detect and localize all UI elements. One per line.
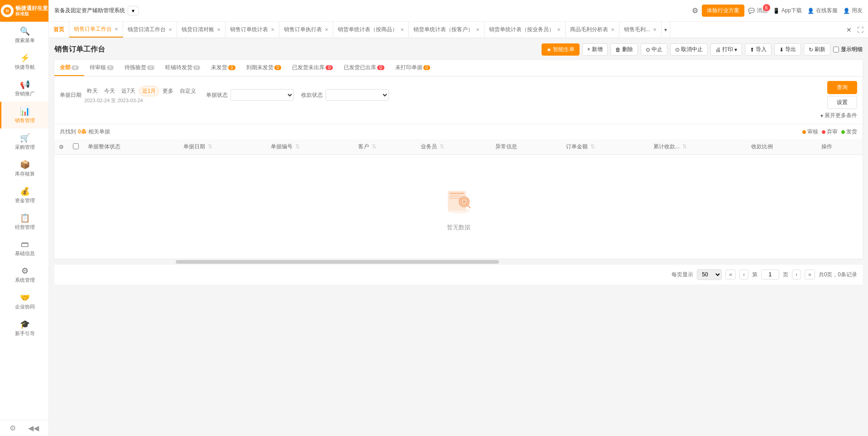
sidebar-item-enterprise[interactable]: 🤝 企业协同 — [0, 288, 48, 315]
sidebar-item-sales[interactable]: 📊 销售管理 — [0, 102, 48, 128]
col-amount[interactable]: 订单金额 ⇅ — [561, 139, 649, 155]
select-all-checkbox[interactable] — [73, 143, 79, 149]
col-date[interactable]: 单据日期 ⇅ — [179, 139, 266, 155]
col-number[interactable]: 单据编号 ⇅ — [266, 139, 354, 155]
sidebar-item-system[interactable]: ⚙ 系统管理 — [0, 261, 48, 288]
settings-button[interactable]: ⚙ — [10, 424, 16, 432]
tab-sales-stat[interactable]: 销售订单统计表 ✕ — [225, 22, 279, 38]
cancel-review-action-button[interactable]: 弃审 — [822, 128, 838, 136]
col-staff[interactable]: 业务员 ⇅ — [416, 139, 491, 155]
import-button[interactable]: ⬆ 导入 — [745, 43, 772, 56]
page-input[interactable] — [761, 270, 779, 280]
sub-tab-not-shipped[interactable]: 未发货0 — [206, 60, 241, 76]
next-page-button[interactable]: › — [792, 270, 801, 280]
expand-conditions-button[interactable]: ▾ 展开更多条件 — [820, 112, 857, 119]
system-dropdown[interactable]: ▾ — [128, 6, 139, 16]
tab-home[interactable]: 首页 — [49, 22, 69, 38]
query-button[interactable]: 查询 — [827, 81, 857, 94]
settings-gear-button[interactable]: ⚙ — [692, 6, 698, 15]
review-action-button[interactable]: 审核 — [802, 128, 818, 136]
tab-close-by-staff[interactable]: ✕ — [557, 27, 561, 32]
tab-close-sales-exec[interactable]: ✕ — [325, 27, 328, 32]
date-btn-7days[interactable]: 近7天 — [119, 86, 138, 96]
date-btn-custom[interactable]: 自定义 — [177, 86, 199, 96]
stop-button[interactable]: ⊙ 中止 — [641, 43, 667, 56]
horizontal-scrollbar[interactable] — [54, 259, 863, 264]
refresh-button[interactable]: ↻ 刷新 — [804, 43, 830, 56]
col-customer[interactable]: 客户 ⇅ — [354, 139, 416, 155]
last-page-button[interactable]: » — [805, 270, 815, 280]
show-details-checkbox-label[interactable]: 显示明细 — [833, 46, 863, 53]
show-details-checkbox[interactable] — [833, 47, 839, 52]
sidebar-item-operations[interactable]: 📋 经营管理 — [0, 209, 48, 235]
collapse-button[interactable]: ◀◀ — [28, 424, 39, 432]
tab-close-sales-stat[interactable]: ✕ — [271, 27, 274, 32]
date-btn-today[interactable]: 今天 — [101, 86, 118, 96]
user-menu[interactable]: 👤 用友 — [843, 7, 863, 14]
sub-tab-not-printed[interactable]: 未打印单据0 — [390, 60, 436, 76]
ship-action-button[interactable]: 发货 — [841, 128, 857, 136]
sidebar-item-quick-nav[interactable]: ⚡ 快捷导航 — [0, 48, 48, 75]
sidebar-item-guide[interactable]: 🎓 新手引导 — [0, 315, 48, 341]
tabs-bar: 首页 销售订单工作台 ✕ 钱货日清工作台 ✕ 钱货日清对账 ✕ 销售订单统计表 … — [49, 22, 868, 38]
tabs-overflow-button[interactable]: ▾ — [662, 22, 670, 38]
tab-sales-workbench[interactable]: 销售订单工作台 ✕ — [69, 22, 123, 38]
tab-sales-by-customer[interactable]: 销货单统计表（按客户） ✕ — [409, 22, 484, 38]
sub-tab-wangpu-ship[interactable]: 旺铺待发货0 — [160, 60, 206, 76]
date-btn-yesterday[interactable]: 昨天 — [84, 86, 101, 96]
sub-tab-all[interactable]: 全部0 — [54, 60, 84, 76]
delete-button[interactable]: 🗑 删除 — [610, 43, 638, 56]
per-page-select[interactable]: 10 20 50 100 — [697, 269, 722, 280]
tab-close-cash-daily[interactable]: ✕ — [168, 27, 172, 32]
first-page-button[interactable]: « — [725, 270, 736, 280]
date-btn-more[interactable]: 更多 — [160, 86, 176, 96]
sidebar-item-search[interactable]: 🔍 搜索菜单 — [0, 22, 48, 48]
sidebar-bottom: ⚙ ◀◀ — [0, 420, 48, 436]
cancel-stop-button[interactable]: ⊙ 取消中止 — [670, 43, 708, 56]
scrollbar-thumb[interactable] — [176, 260, 499, 264]
sub-tab-overdue-not-shipped[interactable]: 到期未发货0 — [241, 60, 287, 76]
tab-sales-exec[interactable]: 销售订单执行表 ✕ — [279, 22, 333, 38]
sidebar-item-marketing[interactable]: 📢 营销推广 — [0, 75, 48, 102]
refresh-icon: ↻ — [809, 47, 813, 53]
tab-close-cash-reconcile[interactable]: ✕ — [217, 27, 221, 32]
tab-close-by-product[interactable]: ✕ — [400, 27, 404, 32]
sub-tab-pending-inspect[interactable]: 待拣验货0 — [119, 60, 160, 76]
tab-cash-daily[interactable]: 钱货日清工作台 ✕ — [123, 22, 177, 38]
date-btn-1month[interactable]: 近1月 — [139, 86, 159, 96]
app-download-button[interactable]: 📱 App下载 — [773, 7, 802, 14]
sub-tab-shipped-out[interactable]: 已发货已出库0 — [338, 60, 390, 76]
logo-sub: 标准版 — [15, 11, 48, 17]
messages-button[interactable]: 💬 消息 6 — [748, 7, 767, 14]
tab-gross-profit[interactable]: 商品毛利分析表 ✕ — [566, 22, 619, 38]
col-checkbox[interactable] — [68, 139, 83, 155]
tabs-maximize-button[interactable]: ⛶ — [855, 25, 865, 34]
tab-close-gross-profit[interactable]: ✕ — [611, 27, 614, 32]
tab-sales-more[interactable]: 销售毛利... ✕ — [619, 22, 662, 38]
prev-page-button[interactable]: ‹ — [739, 270, 748, 280]
print-button[interactable]: 🖨 打印 ▾ — [710, 43, 742, 56]
sub-tab-pending-review[interactable]: 待审核0 — [84, 60, 120, 76]
filter-settings-button[interactable]: 设置 — [827, 96, 857, 109]
status-select[interactable] — [230, 89, 294, 101]
export-button[interactable]: ⬇ 导出 — [774, 43, 801, 56]
tab-cash-reconcile[interactable]: 钱货日清对账 ✕ — [177, 22, 225, 38]
cta-button[interactable]: 体验行业方案 — [702, 5, 744, 17]
tab-close-sales-more[interactable]: ✕ — [653, 27, 657, 32]
sub-tab-shipped-not-out[interactable]: 已发货未出库0 — [287, 60, 338, 76]
sidebar-item-finance[interactable]: 💰 资金管理 — [0, 182, 48, 209]
smart-create-button[interactable]: ★ 智能生单 — [542, 43, 580, 56]
payment-select[interactable] — [326, 89, 389, 101]
sidebar-item-base-info[interactable]: 🗃 基础信息 — [0, 235, 48, 261]
tab-sales-by-product[interactable]: 销货单统计表（按商品） ✕ — [333, 22, 409, 38]
sidebar-item-inventory[interactable]: 📦 库存核算 — [0, 155, 48, 182]
tab-close-sales-workbench[interactable]: ✕ — [115, 27, 118, 32]
tab-sales-by-staff[interactable]: 销货单统计表（按业务员） ✕ — [484, 22, 566, 38]
tab-close-by-customer[interactable]: ✕ — [476, 27, 480, 32]
sidebar-item-purchase[interactable]: 🛒 采购管理 — [0, 128, 48, 155]
add-button[interactable]: + 新增 — [582, 43, 608, 56]
col-settings[interactable]: ⚙ — [54, 139, 68, 155]
online-service-button[interactable]: 👤 在线客服 — [807, 7, 838, 14]
col-collected[interactable]: 累计收款... ⇅ — [649, 139, 747, 155]
tabs-close-current-button[interactable]: ✕ — [844, 25, 854, 34]
